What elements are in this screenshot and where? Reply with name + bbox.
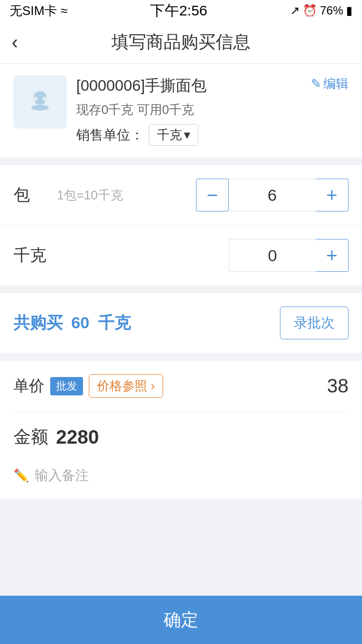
amount-label: 金额 (14, 425, 48, 449)
unit-label: 销售单位： (76, 126, 144, 144)
total-section: 共购买 60 千克 录批次 (0, 293, 362, 353)
total-amount: 60 (71, 313, 89, 332)
total-unit: 千克 (98, 313, 131, 332)
status-bar: 无SIM卡 ≈ 下午2:56 ↗ ⏰ 76% ▮ (0, 0, 362, 21)
price-reference-button[interactable]: 价格参照 › (89, 374, 163, 398)
price-value: 38 (327, 375, 349, 397)
product-logo-icon (26, 87, 55, 116)
product-name: [0000006]手撕面包 (76, 75, 348, 97)
footer[interactable]: 确定 (0, 596, 362, 644)
package-controls: − + (196, 179, 348, 211)
total-text: 共购买 60 千克 (14, 312, 131, 334)
back-button[interactable]: ‹ (12, 31, 18, 53)
status-time: 下午2:56 (150, 1, 207, 21)
kilogram-plus-button[interactable]: + (316, 239, 348, 272)
package-row: 包 1包=10千克 − + (0, 165, 362, 225)
amount-section: 金额 2280 ✏️ 输入备注 (0, 412, 362, 498)
page-title: 填写商品购买信息 (111, 30, 251, 54)
amount-row: 金额 2280 (14, 425, 348, 459)
edit-button[interactable]: ✎ 编辑 (311, 75, 348, 92)
package-hint: 1包=10千克 (52, 187, 196, 204)
total-prefix: 共购买 (14, 313, 63, 332)
alarm-icon: ⏰ (303, 4, 317, 17)
kilogram-controls: + (229, 239, 348, 272)
product-stock: 现存0千克 可用0千克 (76, 101, 348, 118)
package-plus-button[interactable]: + (316, 179, 348, 211)
pencil-icon: ✏️ (14, 468, 29, 483)
product-info: [0000006]手撕面包 现存0千克 可用0千克 销售单位： 千克 ▾ (76, 75, 348, 146)
status-right: ↗ ⏰ 76% ▮ (290, 4, 352, 17)
chevron-down-icon: ▾ (184, 127, 190, 142)
location-icon: ↗ (290, 4, 300, 17)
price-row: 单价 批发 价格参照 › 38 (14, 374, 348, 412)
kilogram-quantity-input[interactable] (229, 239, 316, 272)
product-card: [0000006]手撕面包 现存0千克 可用0千克 销售单位： 千克 ▾ ✎ 编… (0, 64, 362, 157)
battery-status: 76% (320, 4, 343, 17)
svg-point-1 (33, 97, 38, 101)
remark-row[interactable]: ✏️ 输入备注 (14, 459, 348, 498)
sim-status: 无SIM卡 ≈ (10, 2, 68, 19)
price-tag: 批发 (50, 377, 83, 395)
package-quantity-input[interactable] (229, 179, 316, 211)
kilogram-row: 千克 + (0, 225, 362, 285)
edit-icon: ✎ (311, 76, 321, 91)
edit-label: 编辑 (323, 75, 348, 92)
battery-icon: ▮ (346, 4, 352, 17)
product-unit-row: 销售单位： 千克 ▾ (76, 124, 348, 146)
status-left: 无SIM卡 ≈ (10, 2, 68, 19)
amount-value: 2280 (56, 426, 99, 448)
batch-button[interactable]: 录批次 (280, 307, 348, 339)
price-label: 单价 (14, 376, 44, 397)
kilogram-label: 千克 (14, 244, 52, 266)
confirm-button[interactable]: 确定 (164, 608, 198, 632)
svg-point-3 (31, 105, 49, 111)
svg-point-2 (42, 97, 47, 101)
unit-value: 千克 (157, 126, 182, 143)
nav-bar: ‹ 填写商品购买信息 (0, 21, 362, 64)
remark-placeholder: 输入备注 (35, 466, 89, 485)
package-label: 包 (14, 184, 52, 206)
package-minus-button[interactable]: − (196, 179, 229, 211)
price-section: 单价 批发 价格参照 › 38 (0, 361, 362, 412)
quantity-section: 包 1包=10千克 − + 千克 + (0, 165, 362, 285)
product-image (14, 75, 67, 128)
unit-select[interactable]: 千克 ▾ (149, 124, 198, 146)
